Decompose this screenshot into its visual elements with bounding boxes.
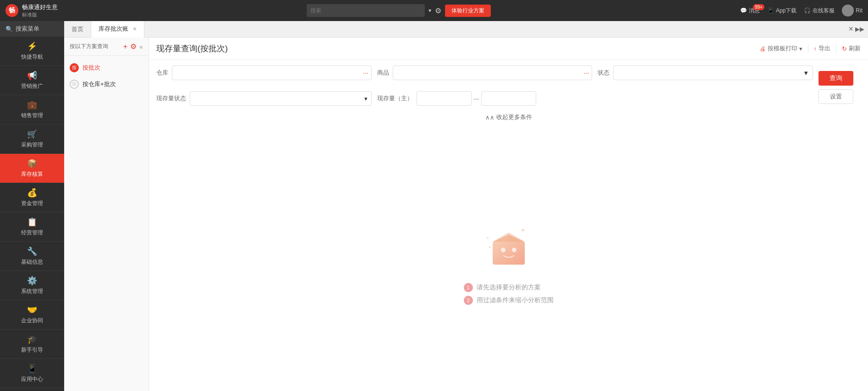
empty-state: ✦ ✦ ✦ 1 请先选择要分析的方案 2 用过滤条件来缩小分析范围 xyxy=(149,132,868,391)
sidebar-item-shortcut[interactable]: ⚡ 快捷导航 xyxy=(0,37,64,66)
collapse-btn[interactable]: ∧∧ 收起更多条件 xyxy=(485,113,532,121)
filter-row-2: 现存量状态 ▾ 现存量（主） xyxy=(156,91,813,106)
svg-text:✦: ✦ xyxy=(486,235,489,240)
stock-amount-min[interactable] xyxy=(417,91,472,106)
empty-hints: 1 请先选择要分析的方案 2 用过滤条件来缩小分析范围 xyxy=(464,283,554,305)
stock-status-select[interactable]: ▾ xyxy=(190,91,372,106)
stock-amount-dash: — xyxy=(473,95,479,102)
tab-home[interactable]: 首页 xyxy=(64,21,91,38)
close-panel-btn[interactable]: × xyxy=(848,24,853,34)
sidebar-search-menu[interactable]: 🔍 搜索菜单 xyxy=(0,21,64,37)
warehouse-more-btn[interactable]: ··· xyxy=(360,69,371,76)
svg-text:✦: ✦ xyxy=(488,245,491,250)
sidebar-item-wechat[interactable]: 💬 企业微信 xyxy=(0,388,64,391)
inventory-icon: 📦 xyxy=(27,158,37,168)
filter-row-1: 仓库 ··· 商品 xyxy=(156,65,813,80)
stock-amount-range: — xyxy=(417,91,536,106)
scheme-panel: 按以下方案查询 + ⚙ « 按 按批次 按 按仓库+批次 xyxy=(64,38,149,391)
sidebar-item-finance[interactable]: 💰 资金管理 xyxy=(0,183,64,212)
topbar-center: ▾ ⚙ 体验行业方案 xyxy=(307,4,491,17)
scheme-item-batch[interactable]: 按 按批次 xyxy=(64,60,148,76)
export-icon: ↑ xyxy=(814,45,817,52)
empty-hint-2: 2 用过滤条件来缩小分析范围 xyxy=(464,296,554,305)
topbar-gear-icon[interactable]: ⚙ xyxy=(435,6,441,15)
sidebar-item-purchase[interactable]: 🛒 采购管理 xyxy=(0,125,64,154)
tab-inventory-batch-label: 库存批次账 xyxy=(99,25,128,33)
print-action[interactable]: 🖨 按模板打印 ▾ xyxy=(760,44,802,53)
svg-rect-0 xyxy=(493,242,525,265)
collapse-label: 收起更多条件 xyxy=(496,113,532,121)
warehouse-input-wrapper: ··· xyxy=(172,65,372,80)
marketing-icon: 📢 xyxy=(27,71,37,81)
stock-status-label: 现存量状态 xyxy=(156,94,186,103)
warehouse-input[interactable] xyxy=(172,70,360,76)
sidebar-item-guide-label: 新手引导 xyxy=(21,346,43,354)
scheme-panel-actions: + ⚙ « xyxy=(123,42,143,51)
sidebar-item-operations[interactable]: 📋 经营管理 xyxy=(0,212,64,242)
tab-inventory-batch[interactable]: 库存批次账 × xyxy=(91,21,144,38)
scheme-item-warehouse-batch[interactable]: 按 按仓库+批次 xyxy=(64,76,148,92)
goods-more-btn[interactable]: ··· xyxy=(581,69,592,76)
tab-bar-right: × ▶▶ xyxy=(848,24,868,34)
query-btn[interactable]: 查询 xyxy=(819,71,853,86)
messages-btn[interactable]: 💬 消息 99+ xyxy=(740,7,760,15)
page-title: 现存量查询(按批次) xyxy=(156,43,228,54)
print-icon: 🖨 xyxy=(760,45,766,52)
svg-point-5 xyxy=(512,248,516,252)
sidebar-item-shortcut-label: 快捷导航 xyxy=(21,53,43,61)
sidebar-item-system[interactable]: ⚙️ 系统管理 xyxy=(0,271,64,300)
sidebar-item-corp-label: 企业协同 xyxy=(21,317,43,325)
sidebar-item-inventory-label: 库存核算 xyxy=(21,170,43,178)
user-name: Rit xyxy=(856,7,863,14)
scheme-settings-btn[interactable]: ⚙ xyxy=(130,42,137,51)
empty-state-icon: ✦ ✦ ✦ xyxy=(481,219,536,274)
scheme-collapse-btn[interactable]: « xyxy=(139,43,143,50)
sidebar-item-apps[interactable]: 📱 应用中心 xyxy=(0,359,64,388)
expand-panel-btn[interactable]: ▶▶ xyxy=(855,26,864,33)
refresh-action[interactable]: ↻ 刷新 xyxy=(842,44,861,53)
sidebar-item-operations-label: 经营管理 xyxy=(21,229,43,237)
warehouse-label: 仓库 xyxy=(156,69,168,77)
search-input[interactable] xyxy=(307,4,425,17)
goods-input[interactable] xyxy=(393,70,581,76)
scheme-batch-label: 按批次 xyxy=(82,64,100,72)
base-icon: 🔧 xyxy=(27,246,37,256)
scheme-add-btn[interactable]: + xyxy=(123,43,127,51)
sales-icon: 💼 xyxy=(27,100,37,110)
app-download-btn[interactable]: 📱 App下载 xyxy=(767,7,797,15)
sidebar-item-marketing[interactable]: 📢 营销推广 xyxy=(0,66,64,95)
topbar-dropdown[interactable]: ▾ xyxy=(429,7,431,14)
experience-btn[interactable]: 体验行业方案 xyxy=(445,5,491,17)
app-subtitle: 标准版 xyxy=(22,11,58,18)
status-field: 状态 ▼ xyxy=(598,65,813,80)
sidebar-item-apps-label: 应用中心 xyxy=(21,375,43,383)
tab-close-btn[interactable]: × xyxy=(133,25,137,33)
message-icon: 💬 xyxy=(740,7,747,14)
sidebar-item-sales[interactable]: 💼 销售管理 xyxy=(0,95,64,125)
sidebar-item-inventory[interactable]: 📦 库存核算 xyxy=(0,154,64,183)
stock-status-field: 现存量状态 ▾ xyxy=(156,91,372,106)
print-label: 按模板打印 xyxy=(768,44,797,53)
operations-icon: 📋 xyxy=(27,217,37,227)
sidebar-item-corp[interactable]: 🤝 企业协同 xyxy=(0,300,64,330)
svg-point-4 xyxy=(501,248,505,252)
settings-btn[interactable]: 设置 xyxy=(819,89,853,104)
warehouse-field: 仓库 ··· xyxy=(156,65,372,80)
sidebar-item-system-label: 系统管理 xyxy=(21,288,43,295)
online-service-btn[interactable]: 🎧 在线客服 xyxy=(804,7,835,15)
hint-2-num: 2 xyxy=(464,296,473,305)
user-avatar-btn[interactable]: Rit xyxy=(842,5,863,16)
print-dropdown-icon[interactable]: ▾ xyxy=(799,45,802,52)
status-select[interactable]: ▼ xyxy=(613,65,813,80)
scheme-warehouse-batch-icon: 按 xyxy=(70,80,79,89)
app-logo: 畅 xyxy=(5,4,18,17)
export-action[interactable]: ↑ 导出 xyxy=(814,44,831,53)
sidebar-item-guide[interactable]: 🎓 新手引导 xyxy=(0,330,64,359)
sidebar-item-base[interactable]: 🔧 基础信息 xyxy=(0,242,64,271)
empty-hint-1: 1 请先选择要分析的方案 xyxy=(464,283,554,292)
stock-amount-label: 现存量（主） xyxy=(377,94,413,103)
btn-col: 查询 设置 xyxy=(819,65,861,104)
refresh-icon: ↻ xyxy=(842,45,847,52)
stock-amount-max[interactable] xyxy=(481,91,536,106)
guide-icon: 🎓 xyxy=(27,334,37,344)
